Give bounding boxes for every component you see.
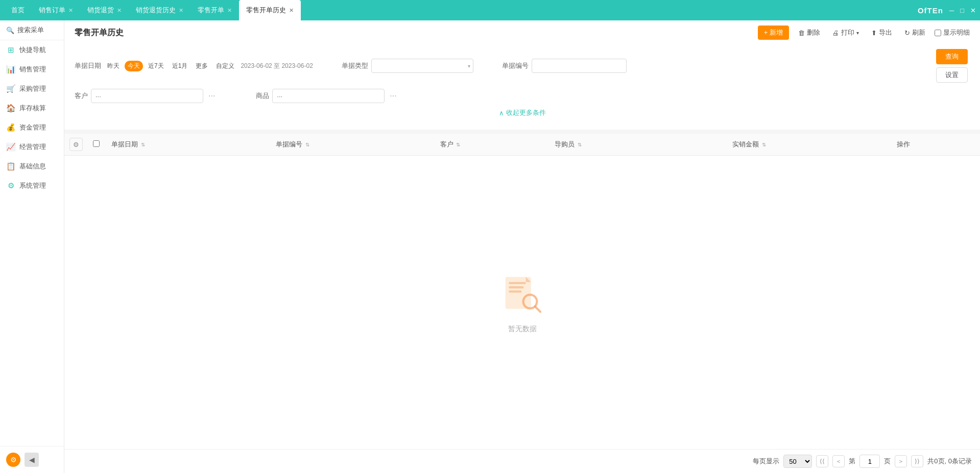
date-filter-label: 单据日期 [75,61,101,70]
collapse-more-conditions[interactable]: ∧ 收起更多条件 [75,108,970,117]
customer-input[interactable] [91,89,203,103]
goods-input[interactable] [272,89,385,103]
brand-label: OfTEn [918,6,943,15]
export-icon: ⬆ [871,29,877,37]
tab-sales-return[interactable]: 销货退货 ✕ [80,0,129,20]
customer-dots-icon[interactable]: ··· [206,91,217,101]
date-opt-7days[interactable]: 近7天 [145,61,167,71]
tab-retail-open-close[interactable]: ✕ [227,7,232,14]
sidebar-item-finance[interactable]: 💰 资金管理 [0,118,64,137]
inventory-icon: 🏠 [6,104,15,113]
bill-type-select[interactable] [371,59,473,73]
add-button[interactable]: + 新增 [758,26,789,40]
tab-retail-history-close[interactable]: ✕ [289,7,294,14]
prev-page-button[interactable]: ＜ [832,455,845,467]
th-no-sort-icon[interactable]: ⇅ [305,142,309,147]
empty-text: 暂无数据 [508,325,537,334]
sidebar-gear-button[interactable]: ⚙ [6,453,20,467]
delete-icon: 🗑 [798,29,805,37]
date-options: 昨天 今天 近7天 近1月 更多 自定义 [104,61,237,71]
th-no-label: 单据编号 [276,140,302,148]
page-suffix: 页 [884,457,891,466]
page-title-row: 零售开单历史 + 新增 🗑 删除 🖨 打印 ▾ ⬆ 导出 [75,26,970,40]
operations-icon: 📈 [6,142,15,152]
filter-bill-type: 单据类型 ▾ [342,59,473,73]
finance-icon: 💰 [6,123,15,132]
th-date-sort-icon[interactable]: ⇅ [141,142,145,147]
tab-return-history-label: 销货退货历史 [136,6,176,15]
system-icon: ⚙ [6,181,15,190]
date-opt-today[interactable]: 今天 [125,61,143,71]
sidebar-item-inventory-label: 库存核算 [19,104,46,113]
tab-home[interactable]: 首页 [4,0,32,20]
page-input[interactable] [859,455,880,468]
print-icon: 🖨 [832,29,839,37]
filter-date: 单据日期 昨天 今天 近7天 近1月 更多 自定义 2023-06-02 至 2… [75,61,313,71]
th-action: 操作 [892,134,980,156]
th-customer-label: 客户 [440,140,453,148]
date-opt-more[interactable]: 更多 [193,61,211,71]
tab-return-history-close[interactable]: ✕ [179,7,183,14]
sidebar-search-label: 搜索采单 [17,26,44,35]
sidebar-bottom: ⚙ ◀ [0,446,64,473]
date-opt-yesterday[interactable]: 昨天 [104,61,123,71]
th-no: 单据编号 ⇅ [271,134,435,156]
svg-rect-1 [509,282,525,284]
quick-nav-icon: ⊞ [6,45,15,55]
sidebar-item-quick-nav[interactable]: ⊞ 快捷导航 [0,40,64,60]
th-guide-sort-icon[interactable]: ⇅ [578,142,582,147]
delete-button[interactable]: 🗑 删除 [795,26,823,39]
th-spacer [689,134,727,156]
sidebar-item-basic-info-label: 基础信息 [19,162,46,171]
table-gear-button[interactable]: ⚙ [69,138,83,151]
refresh-button[interactable]: ↻ 刷新 [901,26,928,39]
goods-dots-icon[interactable]: ··· [388,91,398,101]
last-page-button[interactable]: ⟩⟩ [911,455,923,467]
tab-sales-return-close[interactable]: ✕ [117,7,122,14]
tab-retail-history[interactable]: 零售开单历史 ✕ [239,0,301,20]
page-label: 第 [849,457,855,466]
tab-return-history[interactable]: 销货退货历史 ✕ [129,0,190,20]
window-controls: OfTEn ─ □ ✕ [918,6,976,15]
goods-label: 商品 [256,91,269,101]
collapse-label: 收起更多条件 [506,108,546,117]
tab-sales-order-close[interactable]: ✕ [68,7,73,14]
sidebar-item-system[interactable]: ⚙ 系统管理 [0,176,64,195]
export-button[interactable]: ⬆ 导出 [868,26,895,39]
close-btn[interactable]: ✕ [970,7,976,14]
print-chevron: ▾ [856,30,859,36]
first-page-button[interactable]: ⟨⟨ [816,455,828,467]
sidebar-item-purchase-mgmt-label: 采购管理 [19,84,46,93]
sidebar-search[interactable]: 🔍 搜索采单 [0,20,64,40]
maximize-btn[interactable]: □ [960,7,964,14]
sidebar-item-inventory[interactable]: 🏠 库存核算 [0,98,64,118]
date-opt-custom[interactable]: 自定义 [213,61,237,71]
th-guide: 导购员 ⇅ [549,134,689,156]
display-detail-input[interactable] [935,30,941,36]
bill-no-input[interactable] [532,59,627,73]
th-customer-sort-icon[interactable]: ⇅ [456,142,460,147]
next-page-button[interactable]: ＞ [895,455,907,467]
tab-retail-open-label: 零售开单 [198,6,224,15]
minimize-btn[interactable]: ─ [949,7,954,14]
sidebar-collapse-button[interactable]: ◀ [25,453,39,467]
th-settings: ⚙ [64,134,88,156]
tab-retail-open[interactable]: 零售开单 ✕ [190,0,239,20]
select-all-checkbox[interactable] [93,140,100,147]
per-page-select[interactable]: 50 100 200 [783,455,812,468]
tab-home-label: 首页 [11,6,25,15]
date-opt-1month[interactable]: 近1月 [169,61,191,71]
sidebar-item-basic-info[interactable]: 📋 基础信息 [0,157,64,176]
settings-button[interactable]: 设置 [936,67,968,83]
print-button[interactable]: 🖨 打印 ▾ [829,26,862,39]
svg-line-6 [535,307,540,312]
tab-sales-order[interactable]: 销售订单 ✕ [32,0,80,20]
tab-bar: 首页 销售订单 ✕ 销货退货 ✕ 销货退货历史 ✕ 零售开单 ✕ 零售开单历史 … [0,0,980,20]
query-button[interactable]: 查询 [936,49,968,64]
filter-bill-no: 单据编号 [502,59,627,73]
sidebar-item-purchase-mgmt[interactable]: 🛒 采购管理 [0,79,64,98]
th-amount-sort-icon[interactable]: ⇅ [762,142,766,147]
sidebar-item-sales-mgmt[interactable]: 📊 销售管理 [0,60,64,79]
display-detail-checkbox[interactable]: 显示明细 [935,28,970,37]
sidebar-item-operations[interactable]: 📈 经营管理 [0,137,64,157]
